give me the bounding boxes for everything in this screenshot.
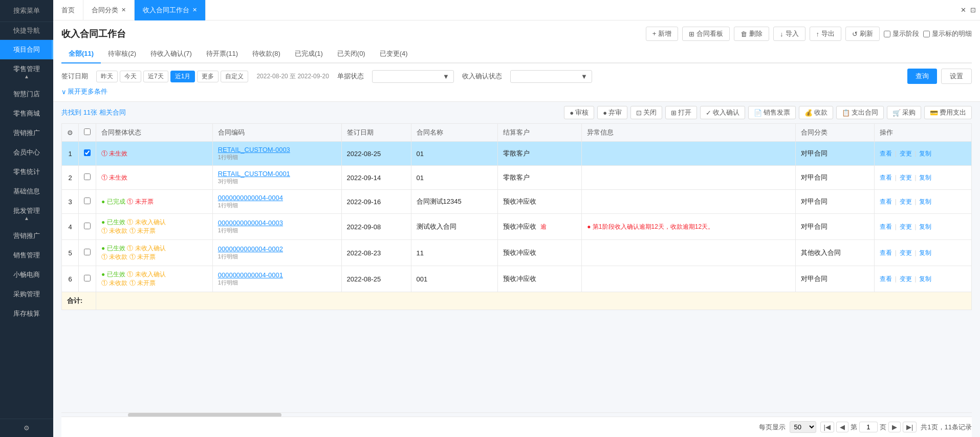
tab-income-contract-close[interactable]: ✕ [192,7,197,13]
sidebar-item-sales[interactable]: 销售管理 [0,246,53,265]
date-btn-today[interactable]: 今天 [120,71,141,82]
date-btn-week7[interactable]: 近7天 [143,71,168,82]
income-confirm-select[interactable]: ▼ [510,70,592,83]
copy-button[interactable]: 复制 [919,249,931,256]
row-3-checkbox[interactable] [84,198,91,204]
page-next-button[interactable]: ▶ [888,422,901,432]
sidebar-quicknav[interactable]: 快捷导航 [0,22,53,40]
sub-tab-completed[interactable]: 已完成(1) [288,45,330,63]
copy-button[interactable]: 复制 [919,275,931,282]
view-button[interactable]: 查看 [880,150,892,157]
sub-tab-all[interactable]: 全部(11) [61,45,101,63]
edit-button[interactable]: 变更 [900,174,912,181]
contract-code-link[interactable]: RETAIL_CUSTOM-0001 [218,170,336,178]
th-checkbox[interactable] [79,124,96,142]
row-5-checkbox[interactable] [84,249,91,255]
refresh-button[interactable]: ↺ 刷新 [845,27,880,41]
review-button[interactable]: ● 审核 [564,106,594,119]
th-settings[interactable]: ⚙ [62,124,79,142]
copy-button[interactable]: 复制 [919,150,931,157]
date-btn-custom[interactable]: 自定义 [221,71,248,82]
import-button[interactable]: ↓ 导入 [773,27,805,41]
view-button[interactable]: 查看 [880,223,892,230]
sub-tab-pending-review[interactable]: 待审核(2) [101,45,143,63]
payment-button[interactable]: 💰 收款 [799,106,833,119]
row-checkbox[interactable] [79,240,96,266]
tab-home[interactable]: 首页 [53,0,83,20]
row-checkbox[interactable] [79,190,96,214]
contract-code-link[interactable]: 0000000000004-0001 [218,271,336,279]
expand-more-button[interactable]: ∨ 展开更多条件 [61,87,972,96]
sidebar-item-xiaochangec[interactable]: 小畅电商 [0,265,53,285]
tab-income-contract[interactable]: 收入合同工作台 ✕ [135,0,206,20]
row-2-checkbox[interactable] [84,173,91,180]
tab-contract-cat-close[interactable]: ✕ [121,7,126,13]
row-4-checkbox[interactable] [84,223,91,229]
page-prev-button[interactable]: ◀ [836,422,848,432]
sidebar-search[interactable]: 搜索菜单 [0,0,53,22]
open-button[interactable]: ⊞ 打开 [665,106,697,119]
window-restore-icon[interactable]: ⊡ [970,6,976,14]
row-6-checkbox[interactable] [84,275,91,281]
query-button[interactable]: 查询 [907,69,937,84]
sub-tab-changed[interactable]: 已变更(4) [373,45,415,63]
horizontal-scrollbar[interactable] [61,412,972,417]
show-marks-label[interactable]: 显示标的明细 [923,29,972,38]
abandon-button[interactable]: ● 弃审 [597,106,627,119]
sidebar-item-smart-store[interactable]: 智慧门店 [0,84,53,104]
sidebar-item-member[interactable]: 会员中心 [0,143,53,162]
sub-tab-closed[interactable]: 已关闭(0) [330,45,373,63]
sidebar-item-purchase[interactable]: 采购管理 [0,285,53,304]
delete-button[interactable]: 🗑 删除 [734,27,769,41]
row-1-checkbox[interactable] [84,149,91,156]
sidebar-item-retail-stats[interactable]: 零售统计 [0,162,53,182]
sub-tab-pending-invoice[interactable]: 待开票(11) [199,45,245,63]
sidebar-item-marketing2[interactable]: 营销推广 [0,226,53,246]
sidebar-item-inventory[interactable]: 库存核算 [0,304,53,323]
copy-button[interactable]: 复制 [919,198,931,205]
sidebar-settings[interactable]: ⚙ [0,419,53,437]
show-marks-checkbox[interactable] [923,31,930,37]
row-checkbox[interactable] [79,266,96,292]
close-contract-button[interactable]: ⊡ 关闭 [630,106,662,119]
date-btn-yesterday[interactable]: 昨天 [96,71,118,82]
contract-code-link[interactable]: RETAIL_CUSTOM-0003 [218,146,336,154]
view-button[interactable]: 查看 [880,275,892,282]
sidebar-item-base-info[interactable]: 基础信息 [0,182,53,201]
date-btn-month1[interactable]: 近1月 [170,71,195,82]
sidebar-item-project[interactable]: 项目合同 [0,40,53,59]
window-close-icon[interactable]: ✕ [961,6,966,14]
copy-button[interactable]: 复制 [919,223,931,230]
sidebar-item-wholesale[interactable]: 批发管理 ▲ [0,201,53,226]
page-first-button[interactable]: |◀ [820,422,834,432]
page-size-select[interactable]: 10 20 50 100 [790,421,816,433]
sidebar-item-retail-mall[interactable]: 零售商城 [0,104,53,123]
sidebar-item-marketing[interactable]: 营销推广 [0,123,53,143]
sales-invoice-button[interactable]: 📄 销售发票 [748,106,796,119]
show-stages-checkbox[interactable] [884,31,890,37]
select-all-checkbox[interactable] [84,128,91,135]
edit-button[interactable]: 变更 [900,275,912,282]
contract-code-link[interactable]: 0000000000004-0002 [218,245,336,253]
copy-button[interactable]: 复制 [919,174,931,181]
edit-button[interactable]: 变更 [900,223,912,230]
tab-contract-cat[interactable]: 合同分类 ✕ [83,0,135,20]
view-button[interactable]: 查看 [880,249,892,256]
contract-code-link[interactable]: 0000000000004-0004 [218,194,336,202]
view-button[interactable]: 查看 [880,198,892,205]
edit-button[interactable]: 变更 [900,249,912,256]
contract-code-link[interactable]: 0000000000004-0003 [218,219,336,227]
income-confirm-button[interactable]: ✓ 收入确认 [700,106,745,119]
expense-button[interactable]: 💳 费用支出 [924,106,972,119]
out-contract-button[interactable]: 📋 支出合同 [836,106,884,119]
sidebar-item-retail[interactable]: 零售管理 ▲ [0,59,53,84]
page-last-button[interactable]: ▶| [903,422,917,432]
sub-tab-pending-confirm[interactable]: 待收入确认(7) [143,45,199,63]
export-button[interactable]: ↑ 导出 [810,27,842,41]
settings-button[interactable]: 设置 [941,69,972,84]
date-btn-more[interactable]: 更多 [197,71,219,82]
page-number-input[interactable] [859,422,878,432]
sub-tab-pending-payment[interactable]: 待收款(8) [245,45,288,63]
doc-status-select[interactable]: ▼ [372,70,454,83]
row-checkbox[interactable] [79,166,96,190]
